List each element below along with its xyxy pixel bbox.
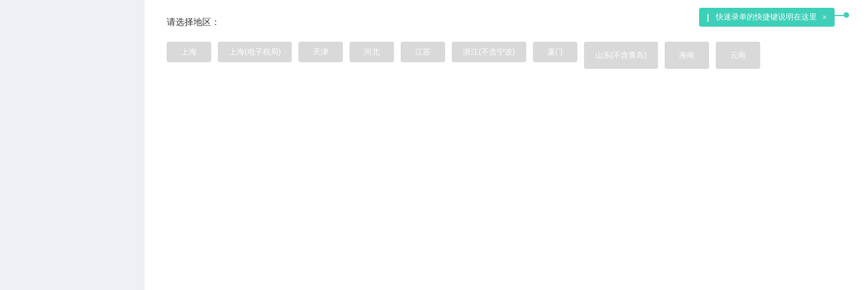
region-button-shanghai[interactable]: 上海	[167, 42, 211, 62]
region-button-jiangsu[interactable]: 江苏	[401, 42, 445, 62]
region-button-zhejiang[interactable]: 浙江(不含宁波)	[452, 42, 526, 62]
region-button-shandong[interactable]: 山东(不含青岛)	[584, 42, 658, 69]
sidebar	[0, 0, 144, 290]
region-row-2: 山东(不含青岛)海南云南	[584, 42, 760, 69]
region-button-hainan[interactable]: 海南	[665, 42, 709, 69]
tooltip-connector-dot	[844, 12, 849, 18]
region-button-hebei[interactable]: 河北	[350, 42, 394, 62]
region-row-1: 上海上海(电子税局)天津河北江苏浙江(不含宁波)厦门	[167, 42, 577, 62]
region-button-xiamen[interactable]: 厦门	[533, 42, 577, 62]
region-button-tianjin[interactable]: 天津	[298, 42, 343, 62]
tooltip-banner: 快速录单的快捷键说明在这里 ×	[699, 8, 835, 27]
region-button-yunnan[interactable]: 云南	[716, 42, 760, 69]
tooltip-close-button[interactable]: ×	[822, 13, 827, 22]
region-button-shanghai-etax[interactable]: 上海(电子税局)	[218, 42, 292, 62]
region-buttons-container: 上海上海(电子税局)天津河北江苏浙江(不含宁波)厦门 山东(不含青岛)海南云南	[167, 42, 846, 69]
main-content: 请选择地区： 上海上海(电子税局)天津河北江苏浙江(不含宁波)厦门 山东(不含青…	[144, 0, 868, 290]
tooltip-text: 快速录单的快捷键说明在这里	[716, 12, 817, 22]
